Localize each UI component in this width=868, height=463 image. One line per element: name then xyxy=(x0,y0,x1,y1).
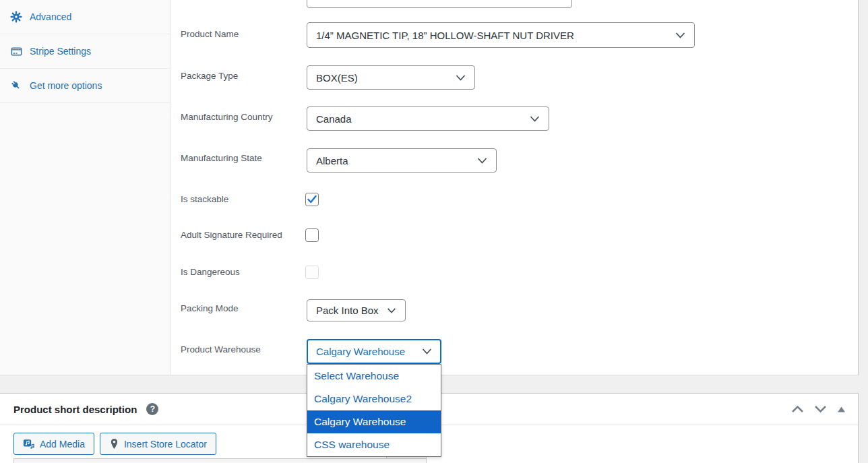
manufacturing-state-select[interactable]: Alberta xyxy=(307,148,497,173)
metabox-controls xyxy=(791,394,846,425)
insert-store-locator-label: Insert Store Locator xyxy=(124,439,207,450)
chevron-down-icon xyxy=(422,348,432,354)
chevron-down-icon xyxy=(675,32,685,38)
sidebar-item-label: Get more options xyxy=(30,80,102,91)
sidebar-item-label: Stripe Settings xyxy=(30,46,91,57)
chevron-down-icon xyxy=(387,308,396,313)
product-name-value: 1/4” MAGNETIC TIP, 18” HOLLOW-SHAFT NUT … xyxy=(316,30,574,41)
manufacturing-country-value: Canada xyxy=(316,113,352,125)
plug-icon xyxy=(10,80,22,92)
product-warehouse-dropdown-list: Select Warehouse Calgary Warehouse2 Calg… xyxy=(307,364,441,457)
chevron-down-icon xyxy=(477,158,487,164)
manufacturing-state-value: Alberta xyxy=(316,155,348,166)
packing-mode-select[interactable]: Pack Into Box xyxy=(307,299,406,321)
sidebar-item-stripe-settings[interactable]: Stripe Settings xyxy=(0,34,170,69)
chevron-down-icon xyxy=(814,405,827,413)
field-label-packing-mode: Packing Mode xyxy=(181,303,239,313)
field-label-adult-signature-required: Adult Signature Required xyxy=(181,230,282,240)
is-stackable-checkbox[interactable] xyxy=(305,193,319,206)
help-icon[interactable]: ? xyxy=(146,403,158,415)
field-label-product-warehouse: Product Warehouse xyxy=(181,344,261,354)
card-icon xyxy=(10,45,22,57)
previous-field-select-partial[interactable] xyxy=(307,0,572,8)
editor-toolbar-area[interactable] xyxy=(13,458,427,463)
dropdown-option-calgary-warehouse2[interactable]: Calgary Warehouse2 xyxy=(307,388,441,410)
field-label-product-name: Product Name xyxy=(181,29,239,39)
toggle-panel-button[interactable] xyxy=(837,406,846,412)
triangle-up-icon xyxy=(837,406,846,412)
field-label-is-dangereous: Is Dangereous xyxy=(181,267,240,277)
field-label-package-type: Package Type xyxy=(181,71,238,81)
move-up-button[interactable] xyxy=(791,405,804,413)
chevron-up-icon xyxy=(791,405,804,413)
insert-store-locator-button[interactable]: Insert Store Locator xyxy=(100,433,216,455)
manufacturing-country-select[interactable]: Canada xyxy=(307,106,549,131)
field-label-manufacturing-state: Manufacturing State xyxy=(181,153,262,163)
field-label-is-stackable: Is stackable xyxy=(181,194,228,204)
chevron-down-icon xyxy=(530,116,540,122)
sidebar-item-get-more-options[interactable]: Get more options xyxy=(0,69,170,103)
dropdown-option-select-warehouse[interactable]: Select Warehouse xyxy=(307,365,441,388)
product-warehouse-value: Calgary Warehouse xyxy=(316,346,405,357)
short-description-title: Product short description xyxy=(13,404,137,415)
page: Advanced Stripe Settings xyxy=(0,0,868,463)
sidebar-item-label: Advanced xyxy=(30,11,71,22)
sidebar-item-advanced[interactable]: Advanced xyxy=(0,0,170,34)
chevron-down-icon xyxy=(456,75,466,81)
product-data-panel: Advanced Stripe Settings xyxy=(0,0,859,375)
checkmark-icon xyxy=(307,195,317,204)
add-media-button[interactable]: Add Media xyxy=(13,433,94,455)
product-warehouse-select[interactable]: Calgary Warehouse xyxy=(307,339,441,364)
add-media-label: Add Media xyxy=(40,439,85,450)
dropdown-option-calgary-warehouse[interactable]: Calgary Warehouse xyxy=(307,410,441,433)
adult-signature-required-checkbox[interactable] xyxy=(305,228,319,242)
dropdown-option-css-warehouse[interactable]: CSS warehouse xyxy=(307,433,441,456)
gear-icon xyxy=(10,11,22,23)
field-label-manufacturing-country: Manufacturing Country xyxy=(181,112,273,122)
product-data-sidebar: Advanced Stripe Settings xyxy=(0,0,170,375)
package-type-select[interactable]: BOX(ES) xyxy=(307,65,475,90)
product-name-select[interactable]: 1/4” MAGNETIC TIP, 18” HOLLOW-SHAFT NUT … xyxy=(307,22,695,48)
packing-mode-value: Pack Into Box xyxy=(316,305,379,316)
package-type-value: BOX(ES) xyxy=(316,72,358,84)
move-down-button[interactable] xyxy=(814,405,827,413)
map-pin-icon xyxy=(109,438,119,450)
is-dangereous-checkbox xyxy=(305,266,319,279)
media-icon xyxy=(23,438,35,450)
editor-media-buttons: Add Media Insert Store Locator xyxy=(13,433,216,455)
